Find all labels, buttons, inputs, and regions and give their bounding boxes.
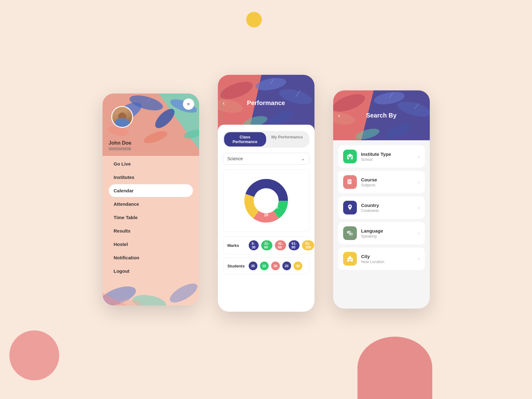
- city-title: City: [361, 254, 418, 259]
- dropdown-chevron-icon: ⌄: [301, 156, 305, 161]
- marks-label: Marks: [228, 243, 246, 248]
- students-badge-1: 15: [260, 262, 269, 270]
- phone-menu: × John Doe 9898989898 Go Live Institutes…: [103, 94, 199, 305]
- menu-item-hostel[interactable]: Hostel: [109, 238, 193, 251]
- marks-badge-0: 0-30: [249, 240, 259, 250]
- menu-item-results[interactable]: Results: [109, 224, 193, 237]
- donut-chart-svg: 25 15 20 20 20: [241, 176, 291, 226]
- subject-value: Science: [228, 156, 243, 161]
- language-text: Language Speaking: [361, 228, 418, 238]
- course-chevron-icon: ›: [418, 179, 420, 185]
- svg-text:20: 20: [255, 204, 259, 208]
- search-header: ‹ Search By: [333, 90, 430, 140]
- city-icon: [346, 255, 354, 262]
- menu-item-attendance[interactable]: Attendance: [109, 198, 193, 210]
- language-subtitle: Speaking: [361, 234, 418, 238]
- svg-text:15: 15: [274, 205, 278, 209]
- search-body: Institute Type School ›: [333, 140, 430, 278]
- search-item-institute[interactable]: Institute Type School ›: [338, 145, 425, 168]
- search-item-course[interactable]: Course Subjects ›: [338, 171, 425, 193]
- menu-item-golive[interactable]: Go Live: [109, 157, 193, 170]
- institute-icon: [346, 153, 354, 160]
- country-text: Country Continents: [361, 203, 418, 213]
- svg-rect-66: [348, 259, 349, 260]
- students-row: Students 35 15 30 20 30: [228, 262, 305, 270]
- country-subtitle: Continents: [361, 209, 418, 213]
- svg-text:AB: AB: [350, 233, 353, 235]
- institute-title: Institute Type: [361, 151, 418, 157]
- location-pin-icon: [346, 204, 354, 211]
- institute-icon-box: [343, 150, 357, 163]
- user-phone: 9898989898: [109, 147, 193, 151]
- svg-text:25: 25: [273, 194, 278, 199]
- city-icon-box: [343, 252, 357, 266]
- performance-header: ‹ Performance: [218, 75, 314, 131]
- students-legend: Students 35 15 30 20 30: [223, 257, 309, 274]
- course-subtitle: Subjects: [361, 183, 418, 187]
- language-title: Language: [361, 228, 418, 233]
- tab-class-performance[interactable]: Class Performance: [224, 132, 266, 147]
- svg-text:20: 20: [256, 192, 260, 197]
- svg-rect-50: [349, 157, 351, 159]
- search-title: Search By: [366, 112, 397, 119]
- course-icon-box: [343, 175, 357, 189]
- avatar-container: [111, 106, 133, 128]
- search-item-country[interactable]: Country Continents ›: [338, 196, 425, 219]
- avatar-image: [112, 107, 132, 127]
- tab-my-performance[interactable]: My Performance: [266, 132, 308, 147]
- performance-tabs: Class Performance My Performance: [223, 131, 309, 148]
- marks-badge-3: 61-80: [289, 240, 300, 250]
- search-back-button[interactable]: ‹: [338, 112, 340, 119]
- city-chevron-icon: ›: [418, 256, 420, 262]
- close-button[interactable]: ×: [183, 99, 194, 110]
- students-badge-4: 30: [294, 262, 302, 270]
- phones-wrapper: × John Doe 9898989898 Go Live Institutes…: [0, 0, 532, 399]
- search-item-language[interactable]: AB AB Language Speaking ›: [338, 222, 425, 244]
- svg-rect-51: [348, 156, 349, 157]
- svg-point-32: [254, 188, 279, 213]
- language-chevron-icon: ›: [418, 230, 420, 237]
- city-text: City Near Location: [361, 254, 418, 264]
- language-icon-box: AB AB: [343, 226, 357, 240]
- menu-item-calendar[interactable]: Calendar: [109, 184, 193, 197]
- marks-badge-1: 31-60: [261, 240, 272, 250]
- students-badge-2: 30: [271, 262, 280, 270]
- city-subtitle: Near Location: [361, 260, 418, 264]
- svg-text:20: 20: [264, 213, 268, 217]
- svg-rect-69: [349, 260, 351, 262]
- bg-decoration-dot-yellow: [246, 12, 262, 27]
- menu-bottom-decoration: [103, 256, 199, 305]
- performance-title: Performance: [247, 99, 285, 107]
- students-label: Students: [228, 264, 246, 268]
- avatar: [111, 106, 133, 128]
- marks-row: Marks 0-30 31-60 41-60 61-80 81-100: [228, 240, 305, 250]
- institute-chevron-icon: ›: [418, 153, 420, 160]
- course-text: Course Subjects: [361, 177, 418, 187]
- close-icon: ×: [187, 101, 190, 108]
- donut-chart-container: 25 15 20 20 20: [223, 170, 309, 232]
- country-chevron-icon: ›: [418, 204, 420, 211]
- user-name: John Doe: [109, 140, 193, 146]
- course-icon: [346, 178, 354, 186]
- phone-search: ‹ Search By Institute Type Sc: [333, 90, 430, 309]
- country-title: Country: [361, 203, 418, 208]
- search-item-city[interactable]: City Near Location ›: [338, 248, 425, 270]
- students-badge-3: 20: [282, 262, 291, 270]
- marks-badge-2: 41-60: [275, 240, 286, 250]
- svg-rect-67: [349, 259, 350, 260]
- marks-badge-4: 81-100: [302, 240, 314, 250]
- svg-point-14: [167, 280, 199, 305]
- phone-performance: ‹ Performance Class Performance My Perfo…: [218, 75, 314, 312]
- performance-back-button[interactable]: ‹: [223, 99, 225, 107]
- subject-dropdown[interactable]: Science ⌄: [223, 153, 309, 165]
- marks-legend: Marks 0-30 31-60 41-60 61-80 81-100: [223, 236, 309, 254]
- menu-item-institutes[interactable]: Institutes: [109, 171, 193, 184]
- performance-body: Class Performance My Performance Science…: [218, 125, 314, 312]
- bg-decoration-circle-pink: [9, 330, 59, 380]
- course-title: Course: [361, 177, 418, 182]
- bg-decoration-circle-salmon: [357, 337, 432, 399]
- svg-rect-68: [351, 259, 352, 260]
- language-icon: AB AB: [346, 229, 354, 237]
- menu-item-timetable[interactable]: Time Table: [109, 211, 193, 224]
- institute-text: Institute Type School: [361, 151, 418, 162]
